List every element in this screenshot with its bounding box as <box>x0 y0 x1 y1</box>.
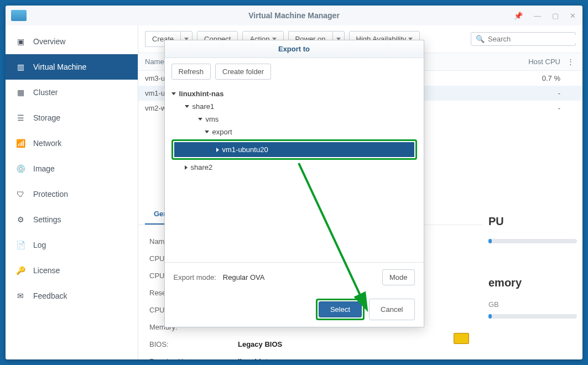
sidebar-item-license[interactable]: 🔑License <box>6 258 138 283</box>
caret-open-icon <box>205 131 209 133</box>
maximize-icon[interactable]: ▢ <box>550 11 561 21</box>
sidebar-item-label: Log <box>33 241 46 249</box>
image-icon: 💿 <box>14 164 27 174</box>
app-title: Virtual Machine Manager <box>248 11 340 20</box>
window-controls: 📌 — ▢ ✕ <box>512 11 578 21</box>
overview-icon: ▣ <box>14 36 27 46</box>
highlight-selected-node: vm1-ubuntu20 <box>171 139 417 160</box>
detail-value: linuxhint-nas <box>238 357 283 359</box>
dialog-toolbar: Refresh Create folder <box>165 58 424 85</box>
sidebar-item-protection[interactable]: 🛡Protection <box>6 181 138 207</box>
sidebar-item-label: Feedback <box>33 291 67 300</box>
dialog-title: Export to <box>165 40 424 58</box>
cell-cpu: 0.7 % <box>493 74 565 82</box>
cell-cpu: - <box>493 104 565 112</box>
tree-label: vm1-ubuntu20 <box>222 145 268 154</box>
tree-label: export <box>212 128 232 136</box>
tree-label: share1 <box>192 102 215 111</box>
minimize-icon[interactable]: — <box>532 11 543 21</box>
tree-node-vms[interactable]: vms <box>171 113 417 126</box>
sidebar-item-label: Settings <box>33 215 61 224</box>
sidebar-item-log[interactable]: 📄Log <box>6 232 138 258</box>
detail-value: Legacy BIOS <box>238 340 282 348</box>
sidebar-item-image[interactable]: 💿Image <box>6 156 138 181</box>
search-box[interactable]: 🔍 <box>471 32 576 46</box>
caret-open-icon <box>171 92 176 95</box>
protection-icon: 🛡 <box>14 189 27 199</box>
caret-closed-icon <box>185 165 188 170</box>
bios-chip-icon <box>454 333 469 344</box>
tree-node-share2[interactable]: share2 <box>171 161 417 174</box>
export-dialog: Export to Refresh Create folder linuxhin… <box>164 40 424 327</box>
sidebar-item-storage[interactable]: ☰Storage <box>6 105 138 131</box>
license-icon: 🔑 <box>14 265 27 275</box>
select-button[interactable]: Select <box>319 301 362 317</box>
feedback-icon: ✉ <box>14 291 27 301</box>
cpu-section-title: PU <box>488 215 577 228</box>
tree-label: share2 <box>191 163 213 171</box>
sidebar-item-label: Cluster <box>33 88 58 97</box>
export-mode-label: Export mode: <box>174 273 216 281</box>
detail-label: BIOS: <box>149 340 238 348</box>
log-icon: 📄 <box>14 240 27 250</box>
cluster-icon: ▦ <box>14 87 27 97</box>
caret-closed-icon <box>216 148 219 152</box>
sidebar-item-label: Image <box>33 164 55 173</box>
caret-open-icon <box>185 105 189 108</box>
memory-section-title: emory <box>488 277 577 289</box>
mode-button[interactable]: Mode <box>382 269 415 285</box>
sidebar-item-label: License <box>33 266 60 275</box>
tree-label: vms <box>206 115 219 123</box>
vm-icon: ▥ <box>14 62 27 72</box>
sidebar-item-label: Protection <box>33 190 68 199</box>
sidebar-item-label: Overview <box>33 37 65 46</box>
sidebar-item-label: Storage <box>33 113 60 122</box>
dialog-actions: Select Cancel <box>165 292 424 327</box>
create-folder-button[interactable]: Create folder <box>215 64 271 80</box>
sidebar: ▣Overview ▥Virtual Machine ▦Cluster ☰Sto… <box>6 25 138 359</box>
network-icon: 📶 <box>14 138 27 148</box>
sidebar-item-overview[interactable]: ▣Overview <box>6 29 138 54</box>
sidebar-item-cluster[interactable]: ▦Cluster <box>6 80 138 105</box>
sidebar-item-feedback[interactable]: ✉Feedback <box>6 283 138 309</box>
cancel-button[interactable]: Cancel <box>369 299 414 320</box>
pin-icon[interactable]: 📌 <box>512 11 525 21</box>
storage-icon: ☰ <box>14 113 27 123</box>
memory-bar <box>488 314 577 319</box>
sidebar-item-network[interactable]: 📶Network <box>6 131 138 156</box>
sidebar-item-virtual-machine[interactable]: ▥Virtual Machine <box>6 54 138 80</box>
highlight-select-button: Select <box>316 299 365 320</box>
app-icon <box>11 10 27 21</box>
close-icon[interactable]: ✕ <box>568 11 578 21</box>
tree-node-export[interactable]: export <box>171 126 417 138</box>
export-mode-value: Regular OVA <box>223 273 265 281</box>
tree-node-share1[interactable]: share1 <box>171 100 417 113</box>
dialog-footer: Export mode: Regular OVA Mode <box>165 262 424 292</box>
search-input[interactable] <box>488 35 581 43</box>
detail-label: Running Host: <box>149 357 238 359</box>
folder-tree: linuxhint-nas share1 vms export vm1-ubun… <box>165 85 424 262</box>
col-menu-header[interactable]: ⋮ <box>565 58 576 66</box>
sidebar-item-label: Virtual Machine <box>33 62 86 71</box>
search-icon: 🔍 <box>476 35 485 43</box>
refresh-button[interactable]: Refresh <box>171 64 211 80</box>
tree-node-selected[interactable]: vm1-ubuntu20 <box>174 142 414 157</box>
right-panel: PU emory GB <box>483 116 582 345</box>
sidebar-item-label: Network <box>33 139 61 148</box>
settings-icon: ⚙ <box>14 215 27 225</box>
tree-node-root[interactable]: linuxhint-nas <box>171 87 417 100</box>
titlebar: Virtual Machine Manager 📌 — ▢ ✕ <box>6 6 582 25</box>
app-window: Virtual Machine Manager 📌 — ▢ ✕ ▣Overvie… <box>6 6 582 359</box>
caret-open-icon <box>198 118 202 121</box>
cell-cpu: - <box>493 89 565 97</box>
memory-sub: GB <box>488 300 577 309</box>
col-cpu-header[interactable]: Host CPU <box>493 58 565 66</box>
tree-label: linuxhint-nas <box>179 90 224 98</box>
sidebar-item-settings[interactable]: ⚙Settings <box>6 207 138 232</box>
cpu-bar <box>488 239 577 243</box>
